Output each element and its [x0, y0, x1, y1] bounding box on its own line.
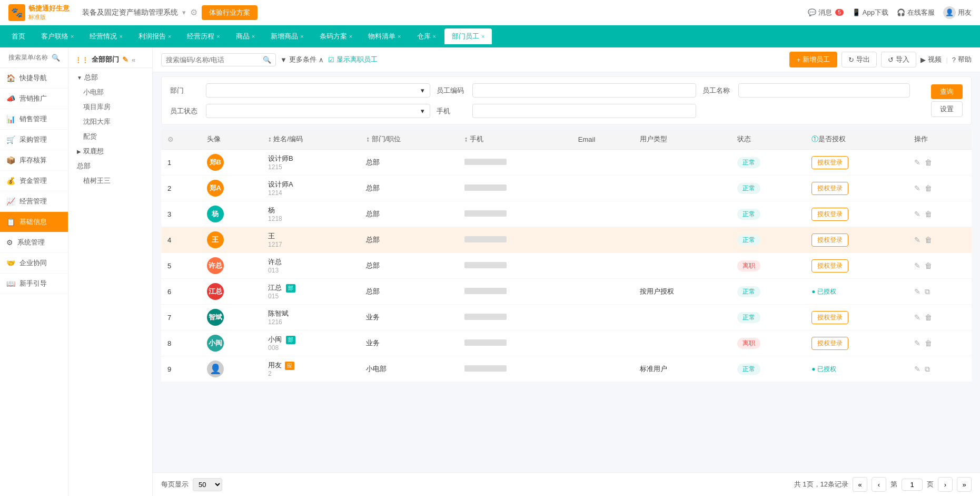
tab-warehouse[interactable]: 仓库 × [410, 28, 443, 44]
page-input[interactable] [902, 479, 923, 491]
help-btn[interactable]: ? 帮助 [952, 55, 972, 64]
close-icon[interactable]: × [71, 33, 74, 40]
page-size-select[interactable]: 50 100 [193, 478, 222, 491]
tab-add-goods[interactable]: 新增商品 × [263, 28, 311, 44]
tab-goods[interactable]: 商品 × [229, 28, 262, 44]
message-btn[interactable]: 💬 消息 5 [808, 8, 844, 17]
tree-node-zhishu[interactable]: 植树王三 [68, 173, 152, 188]
col-settings[interactable]: ⚙ [161, 129, 201, 150]
col-phone[interactable]: ↕ 手机 [458, 129, 572, 150]
search-input[interactable] [166, 56, 261, 64]
tab-barcode[interactable]: 条码方案 × [312, 28, 360, 44]
close-icon[interactable]: × [349, 33, 352, 40]
sidebar-item-basic-info[interactable]: 📋 基础信息 [0, 212, 68, 232]
auth-btn[interactable]: 授权登录 [811, 259, 848, 273]
user-btn[interactable]: 👤 用友 [943, 6, 972, 19]
tab-history[interactable]: 经营历程 × [180, 28, 227, 44]
delete-btn[interactable]: 🗑 [925, 158, 932, 167]
close-icon[interactable]: × [398, 33, 401, 40]
col-dept[interactable]: ↕ 部门/职位 [360, 129, 458, 150]
tab-bom[interactable]: 物料清单 × [361, 28, 408, 44]
auth-btn[interactable]: 授权登录 [811, 337, 848, 350]
close-icon[interactable]: × [252, 33, 255, 40]
auth-btn[interactable]: 授权登录 [811, 311, 848, 324]
tab-department[interactable]: 部门员工 × [444, 28, 492, 44]
tree-node-shuanglu[interactable]: ▶ 双鹿想 [68, 144, 152, 159]
sidebar-item-marketing[interactable]: 📣 营销推广 [0, 89, 68, 109]
close-icon[interactable]: × [168, 33, 171, 40]
online-service-btn[interactable]: 🎧 在线客服 [897, 8, 935, 17]
phone-input[interactable] [472, 104, 697, 118]
edit-btn[interactable]: ✎ [914, 236, 920, 244]
sidebar-item-purchase[interactable]: 🛒 采购管理 [0, 130, 68, 150]
tree-node-peihuo[interactable]: 配货 [68, 129, 152, 144]
tree-node-zonbu[interactable]: ▼ 总部 [68, 70, 152, 85]
edit-btn[interactable]: ✎ [914, 313, 920, 322]
copy-btn[interactable]: ⧉ [925, 287, 930, 296]
delete-btn[interactable]: 🗑 [925, 236, 932, 244]
tab-home[interactable]: 首页 [4, 28, 33, 44]
search-icon[interactable]: 🔍 [263, 56, 271, 64]
sidebar-item-operations[interactable]: 📈 经营管理 [0, 191, 68, 212]
close-icon[interactable]: × [433, 33, 436, 40]
delete-btn[interactable]: 🗑 [925, 210, 932, 218]
settings-icon[interactable]: ⚙ [190, 7, 197, 17]
close-icon[interactable]: × [119, 33, 122, 40]
edit-btn[interactable]: ✎ [914, 210, 920, 218]
add-employee-btn[interactable]: + 新增员工 [789, 52, 838, 67]
show-resigned-toggle[interactable]: ☑ 显示离职员工 [328, 55, 378, 64]
prev-page-btn[interactable]: ‹ [872, 477, 886, 492]
set-btn[interactable]: 设置 [931, 101, 963, 117]
col-name[interactable]: ↕ 姓名/编码 [262, 129, 360, 150]
emp-name-input[interactable] [738, 83, 910, 98]
delete-btn[interactable]: 🗑 [925, 313, 932, 322]
close-icon[interactable]: × [300, 33, 303, 40]
copy-btn[interactable]: ⧉ [925, 365, 930, 374]
edit-btn[interactable]: ✎ [914, 184, 920, 192]
sidebar-item-quick-nav[interactable]: 🏠 快捷导航 [0, 68, 68, 89]
sidebar-item-sales[interactable]: 📊 销售管理 [0, 109, 68, 130]
tree-node-shenyang[interactable]: 沈阳大库 [68, 114, 152, 129]
auth-btn[interactable]: 授权登录 [811, 234, 848, 247]
delete-btn[interactable]: 🗑 [925, 184, 932, 192]
sidebar-item-finance[interactable]: 💰 资金管理 [0, 171, 68, 191]
edit-btn[interactable]: ✎ [914, 365, 920, 373]
emp-status-select[interactable]: ▾ [206, 104, 430, 118]
delete-btn[interactable]: 🗑 [925, 261, 932, 270]
import-btn[interactable]: ↺ 导入 [881, 52, 916, 67]
auth-btn[interactable]: 授权登录 [811, 208, 848, 221]
auth-btn[interactable]: 授权登录 [811, 182, 848, 195]
edit-icon[interactable]: ✎ [122, 55, 128, 64]
tree-node-xiaodian[interactable]: 小电部 [68, 85, 152, 100]
first-page-btn[interactable]: « [853, 477, 867, 492]
tab-profit[interactable]: 利润报告 × [131, 28, 179, 44]
sidebar-item-system[interactable]: ⚙ 系统管理 [0, 232, 68, 253]
edit-btn[interactable]: ✎ [914, 339, 920, 347]
sidebar-search-input[interactable] [4, 52, 52, 63]
close-icon[interactable]: × [481, 33, 484, 40]
delete-btn[interactable]: 🗑 [925, 339, 932, 347]
sidebar-item-inventory[interactable]: 📦 库存核算 [0, 150, 68, 171]
app-download-btn[interactable]: 📱 App下载 [852, 8, 888, 17]
tab-operation[interactable]: 经营情况 × [82, 28, 130, 44]
edit-btn[interactable]: ✎ [914, 287, 920, 296]
system-dropdown-icon[interactable]: ▾ [182, 8, 186, 16]
trial-btn[interactable]: 体验行业方案 [202, 5, 258, 20]
last-page-btn[interactable]: » [957, 477, 972, 492]
emp-code-input[interactable] [472, 83, 697, 98]
sidebar-item-guide[interactable]: 📖 新手引导 [0, 274, 68, 294]
tab-customer[interactable]: 客户联络 × [34, 28, 81, 44]
dept-select[interactable]: ▾ [206, 83, 430, 98]
export-btn[interactable]: ↻ 导出 [842, 52, 877, 67]
search-btn[interactable]: 查询 [931, 84, 963, 99]
more-conditions-btn[interactable]: ▼ 更多条件 ∧ [280, 55, 324, 64]
edit-btn[interactable]: ✎ [914, 261, 920, 270]
view-btn[interactable]: ▶ 视频 [920, 55, 942, 64]
next-page-btn[interactable]: › [938, 477, 953, 492]
tree-node-zonbu2[interactable]: 总部 [68, 159, 152, 173]
sidebar-item-collab[interactable]: 🤝 企业协同 [0, 253, 68, 274]
auth-btn[interactable]: 授权登录 [811, 156, 848, 169]
edit-btn[interactable]: ✎ [914, 158, 920, 167]
tree-node-project[interactable]: 项目库房 [68, 100, 152, 114]
collapse-icon[interactable]: « [132, 56, 135, 64]
